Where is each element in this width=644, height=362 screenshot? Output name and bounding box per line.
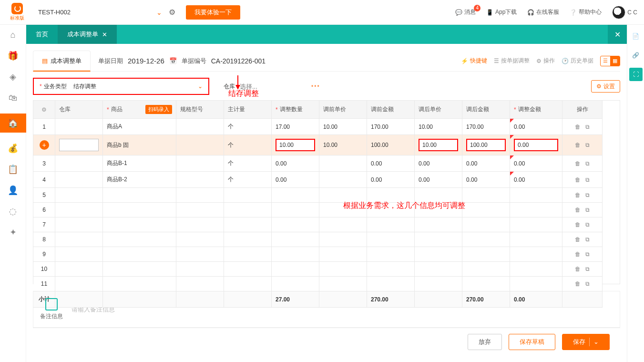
- cell[interactable]: 0.00: [415, 155, 462, 172]
- nav-loading-icon[interactable]: ◌: [8, 206, 18, 217]
- cell[interactable]: [55, 155, 103, 172]
- cell[interactable]: 10.00: [319, 135, 367, 155]
- cell[interactable]: [103, 203, 176, 217]
- cell[interactable]: [103, 277, 176, 291]
- help-center-link[interactable]: ❔帮助中心: [570, 8, 602, 16]
- cell[interactable]: [415, 277, 462, 291]
- cell[interactable]: [367, 188, 415, 203]
- cell[interactable]: 商品b 固: [103, 135, 176, 155]
- business-type-select[interactable]: * 业务类型 结存调整 ⌄: [33, 78, 209, 95]
- cell[interactable]: [55, 119, 103, 135]
- cell[interactable]: [176, 172, 224, 188]
- cell[interactable]: [319, 277, 367, 291]
- date-value[interactable]: 2019-12-26: [128, 57, 164, 65]
- cell[interactable]: [272, 277, 319, 291]
- rail-link-icon[interactable]: 🔗: [629, 49, 643, 62]
- warehouse-select[interactable]: 仓库: [224, 83, 297, 91]
- cell[interactable]: 170.00: [367, 119, 415, 135]
- rail-expand-icon[interactable]: ⛶: [629, 68, 643, 81]
- messages-link[interactable]: 💬 消息 4: [455, 8, 476, 16]
- cell[interactable]: 170.00: [462, 119, 510, 135]
- cell[interactable]: [176, 232, 224, 247]
- copy-icon[interactable]: ⧉: [585, 142, 590, 148]
- cell[interactable]: [319, 247, 367, 262]
- history-button[interactable]: 🕑历史单据: [562, 57, 593, 65]
- cell[interactable]: [510, 232, 562, 247]
- delete-icon[interactable]: 🗑: [575, 124, 581, 130]
- cell[interactable]: 10.00: [319, 119, 367, 135]
- cell[interactable]: [510, 188, 562, 203]
- cell[interactable]: 0.00: [367, 172, 415, 188]
- copy-icon[interactable]: ⧉: [585, 176, 590, 183]
- cell[interactable]: [510, 203, 562, 217]
- cell[interactable]: 0.00: [510, 155, 562, 172]
- cell[interactable]: [415, 217, 462, 232]
- nav-money-icon[interactable]: 💰: [8, 143, 18, 154]
- cell[interactable]: [462, 262, 510, 277]
- cell[interactable]: [510, 217, 562, 232]
- user-menu[interactable]: C C: [612, 6, 637, 19]
- cell[interactable]: 0.00: [510, 135, 562, 155]
- cell[interactable]: [55, 188, 103, 203]
- cell[interactable]: 0.00: [272, 172, 319, 188]
- close-all-tabs[interactable]: ✕: [608, 25, 627, 44]
- cell[interactable]: [103, 232, 176, 247]
- cell[interactable]: [224, 188, 272, 203]
- gear-icon[interactable]: ⚙: [41, 106, 47, 113]
- cell[interactable]: [55, 232, 103, 247]
- tab-cost-adjustment[interactable]: 成本调整单 ✕: [58, 25, 117, 44]
- nav-bag-icon[interactable]: 🛍: [8, 93, 18, 103]
- cell[interactable]: 0.00: [462, 172, 510, 188]
- cell[interactable]: [462, 188, 510, 203]
- nav-gift-icon[interactable]: 🎁: [8, 51, 18, 61]
- cell[interactable]: [176, 277, 224, 291]
- gear-icon[interactable]: ⚙: [169, 8, 175, 17]
- cell[interactable]: [367, 247, 415, 262]
- cell[interactable]: [55, 135, 103, 155]
- customer-service-link[interactable]: 🎧在线客服: [527, 8, 559, 16]
- cell[interactable]: [55, 277, 103, 291]
- cell[interactable]: 商品A: [103, 119, 176, 135]
- delete-icon[interactable]: 🗑: [575, 142, 581, 148]
- try-now-button[interactable]: 我要体验一下: [186, 5, 240, 20]
- cell[interactable]: [55, 172, 103, 188]
- cell[interactable]: 10.00: [415, 135, 462, 155]
- view-grid-button[interactable]: ▦: [610, 56, 620, 66]
- save-button[interactable]: 保存 ⌄: [562, 334, 610, 350]
- delete-icon[interactable]: 🗑: [575, 221, 581, 228]
- cell[interactable]: [319, 232, 367, 247]
- cell[interactable]: [176, 119, 224, 135]
- nav-clipboard-icon[interactable]: 📋: [8, 164, 18, 175]
- cell[interactable]: [224, 203, 272, 217]
- cell[interactable]: [224, 277, 272, 291]
- cell[interactable]: 100.00: [367, 135, 415, 155]
- cell[interactable]: 个: [224, 172, 272, 188]
- cell[interactable]: [462, 277, 510, 291]
- copy-icon[interactable]: ⧉: [585, 266, 590, 272]
- delete-icon[interactable]: 🗑: [575, 280, 581, 287]
- cell[interactable]: [176, 188, 224, 203]
- cell[interactable]: [319, 203, 367, 217]
- cell[interactable]: [415, 232, 462, 247]
- delete-icon[interactable]: 🗑: [575, 251, 581, 258]
- delete-icon[interactable]: 🗑: [575, 176, 581, 183]
- cell[interactable]: 100.00: [462, 135, 510, 155]
- scan-badge[interactable]: 扫码录入: [145, 105, 172, 114]
- cell[interactable]: [367, 217, 415, 232]
- cell[interactable]: [272, 188, 319, 203]
- copy-icon[interactable]: ⧉: [585, 192, 590, 198]
- cell[interactable]: 17.00: [272, 119, 319, 135]
- cell[interactable]: [415, 262, 462, 277]
- cell[interactable]: [462, 247, 510, 262]
- close-icon[interactable]: ✕: [102, 31, 107, 38]
- cell[interactable]: [103, 217, 176, 232]
- calendar-icon[interactable]: 📅: [169, 57, 177, 64]
- cell[interactable]: [224, 217, 272, 232]
- cell[interactable]: [367, 232, 415, 247]
- cell[interactable]: [176, 262, 224, 277]
- cell[interactable]: 0.00: [367, 155, 415, 172]
- cell[interactable]: 0.00: [272, 155, 319, 172]
- copy-icon[interactable]: ⧉: [585, 280, 590, 287]
- cell[interactable]: [319, 262, 367, 277]
- nav-warehouse-icon[interactable]: 🏠: [0, 114, 26, 133]
